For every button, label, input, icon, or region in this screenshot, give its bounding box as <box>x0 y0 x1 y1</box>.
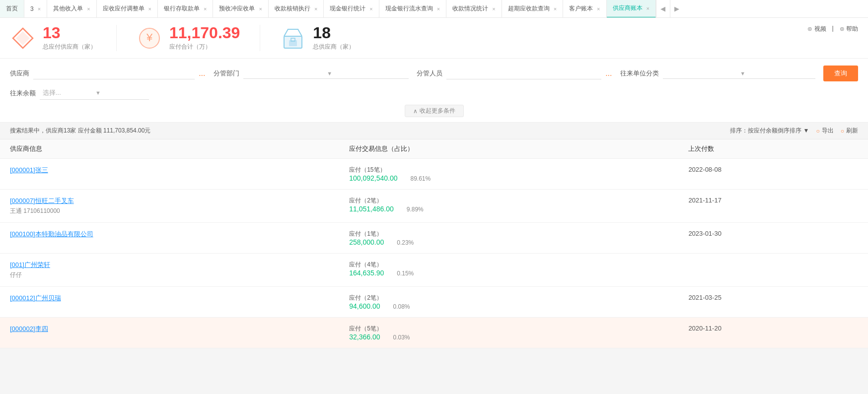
nav-tab-recv-stat[interactable]: 收款情况统计× <box>446 0 502 18</box>
close-tab-icon[interactable]: × <box>554 6 557 12</box>
nav-tab-home[interactable]: 首页 <box>0 0 24 18</box>
refresh-button[interactable]: ○ 刷新 <box>841 127 858 135</box>
nav-next-arrow[interactable]: ▶ <box>670 0 684 18</box>
tx-amount[interactable]: 100,092,540.00 <box>349 174 397 182</box>
tx-info-cell: 应付（4笔）164,635.900.15% <box>349 261 688 277</box>
filter-balance: 往来余额 选择... ▼ <box>10 86 149 100</box>
category-chevron-icon: ▼ <box>740 70 812 76</box>
sort-button[interactable]: 排序：按应付余额倒序排序 ▼ <box>730 127 809 135</box>
stat-info-amount: 11,170.39 应付合计（万） <box>169 25 240 51</box>
supplier-name-link[interactable]: [000007]恒旺二手叉车 <box>10 197 74 204</box>
stat-number-payable: 13 <box>43 25 96 41</box>
filter-dept: 分管部门 ▼ <box>214 68 409 79</box>
supplier-dots-icon[interactable]: ... <box>199 69 205 78</box>
help-icon: ⊙ <box>840 25 845 32</box>
tx-info-cell: 应付（1笔）258,000.000.23% <box>349 230 688 246</box>
nav-tab-label: 银行存取款单 <box>164 4 200 13</box>
stat-number-amount: 11,170.39 <box>169 25 240 41</box>
person-dots-icon[interactable]: ... <box>605 69 612 78</box>
search-button[interactable]: 查询 <box>823 66 858 81</box>
stat-label-payable: 总应付供应商（家） <box>43 43 96 51</box>
balance-chevron-icon: ▼ <box>95 90 146 96</box>
nav-tab-verify[interactable]: 收款核销执行× <box>269 0 324 18</box>
close-tab-icon[interactable]: × <box>314 6 317 12</box>
dept-filter-label: 分管部门 <box>214 69 239 78</box>
nav-tab-supplier-book[interactable]: 供应商账本× <box>607 0 656 18</box>
help-link[interactable]: ⊙ 帮助 <box>840 25 858 33</box>
tx-percent: 0.15% <box>397 270 414 277</box>
tx-amount[interactable]: 94,600.00 <box>349 302 380 310</box>
supplier-name-link[interactable]: [000001]张三 <box>10 166 48 174</box>
close-tab-icon[interactable]: × <box>369 6 372 12</box>
supplier-name-link[interactable]: [000100]本特勤油品有限公司 <box>10 230 93 238</box>
tx-percent: 0.03% <box>393 334 410 341</box>
close-tab-icon[interactable]: × <box>38 6 41 12</box>
person-input[interactable] <box>446 67 601 79</box>
close-tab-icon[interactable]: × <box>148 6 151 12</box>
nav-tab-customer-book[interactable]: 客户账本× <box>563 0 606 18</box>
top-navigation: 首页3×其他收入单×应收应付调整单×银行存取款单×预收冲应收单×收款核销执行×现… <box>0 0 868 18</box>
filter-supplier: 供应商 ... <box>10 67 206 79</box>
stat-label-amount: 应付合计（万） <box>169 43 240 51</box>
supplier-contact: 仔仔 <box>10 271 349 279</box>
filter-person: 分管人员 ... <box>417 67 612 79</box>
nav-tab-cash-stat[interactable]: 现金银行统计× <box>324 0 379 18</box>
table-row: [000100]本特勤油品有限公司应付（1笔）258,000.000.23%20… <box>0 223 868 254</box>
supplier-name-link[interactable]: [000012]广州贝瑞 <box>10 294 61 302</box>
tx-amount[interactable]: 32,366.00 <box>349 333 380 341</box>
last-pay-cell: 2020-11-20 <box>688 325 858 332</box>
nav-tab-label: 现金银行流水查询 <box>385 4 433 13</box>
header-actions: ⊙ 视频 | ⊙ 帮助 <box>807 25 858 33</box>
tx-amount[interactable]: 11,051,486.00 <box>349 205 394 213</box>
nav-tab-other-income[interactable]: 其他收入单× <box>47 0 96 18</box>
balance-select[interactable]: 选择... ▼ <box>40 86 149 100</box>
video-icon: ⊙ <box>807 25 812 32</box>
supplier-name-link[interactable]: [001]广州荣轩 <box>10 261 50 268</box>
table-row: [000007]恒旺二手叉车王通 17106110000应付（2笔）11,051… <box>0 190 868 223</box>
category-select[interactable]: ▼ <box>663 68 816 79</box>
sort-chevron-icon: ▼ <box>803 127 809 134</box>
person-filter-label: 分管人员 <box>417 69 442 78</box>
nav-tab-adjust[interactable]: 应收应付调整单× <box>97 0 158 18</box>
last-pay-cell: 2021-11-17 <box>688 197 858 204</box>
close-tab-icon[interactable]: × <box>204 6 207 12</box>
nav-prev-arrow[interactable]: ◀ <box>656 0 670 18</box>
collapse-bar: ∧ 收起更多条件 <box>10 105 858 117</box>
tx-amount[interactable]: 164,635.90 <box>349 269 384 277</box>
close-tab-icon[interactable]: × <box>437 6 440 12</box>
supplier-input[interactable] <box>33 67 195 79</box>
close-tab-icon[interactable]: × <box>259 6 262 12</box>
collapse-button[interactable]: ∧ 收起更多条件 <box>405 105 464 117</box>
tx-percent: 0.23% <box>397 239 414 246</box>
nav-tab-flow[interactable]: 现金银行流水查询× <box>379 0 446 18</box>
close-tab-icon[interactable]: × <box>597 6 600 12</box>
nav-tab-tab3[interactable]: 3× <box>24 0 47 18</box>
tx-info-cell: 应付（15笔）100,092,540.0089.61% <box>349 166 688 182</box>
nav-tab-label: 收款核销执行 <box>275 4 310 13</box>
video-link[interactable]: ⊙ 视频 <box>807 25 826 33</box>
table-row: [000002]李四应付（5笔）32,366.000.03%2020-11-20 <box>0 318 868 348</box>
close-tab-icon[interactable]: × <box>492 6 495 12</box>
close-tab-icon[interactable]: × <box>87 6 90 12</box>
filter-category: 往来单位分类 ▼ <box>620 68 816 79</box>
close-tab-icon[interactable]: × <box>647 5 650 11</box>
stat-label-total: 总供应商（家） <box>313 43 355 51</box>
nav-tab-label: 超期应收款查询 <box>508 4 550 13</box>
supplier-info-cell: [000001]张三 <box>10 166 349 175</box>
nav-tab-pre-recv[interactable]: 预收冲应收单× <box>213 0 268 18</box>
dept-select[interactable]: ▼ <box>243 68 409 79</box>
category-filter-label: 往来单位分类 <box>620 69 659 78</box>
tx-label: 应付（2笔） <box>349 294 688 302</box>
table-row: [001]广州荣轩仔仔应付（4笔）164,635.900.15% <box>0 254 868 287</box>
tx-amount[interactable]: 258,000.00 <box>349 238 384 246</box>
table-row: [000012]广州贝瑞应付（2笔）94,600.000.08%2021-03-… <box>0 287 868 318</box>
supplier-name-link[interactable]: [000002]李四 <box>10 325 48 332</box>
nav-tab-bank[interactable]: 银行存取款单× <box>158 0 213 18</box>
tx-percent: 89.61% <box>411 175 431 182</box>
nav-tab-label: 客户账本 <box>569 4 593 13</box>
filter-row-1: 供应商 ... 分管部门 ▼ 分管人员 ... 往来单位分类 ▼ 查询 <box>10 66 858 81</box>
filter-row-2: 往来余额 选择... ▼ <box>10 86 858 100</box>
nav-tab-overdue[interactable]: 超期应收款查询× <box>502 0 563 18</box>
export-button[interactable]: ○ 导出 <box>816 127 834 135</box>
stat-block-suppliers-payable: 13 总应付供应商（家） <box>10 25 117 51</box>
